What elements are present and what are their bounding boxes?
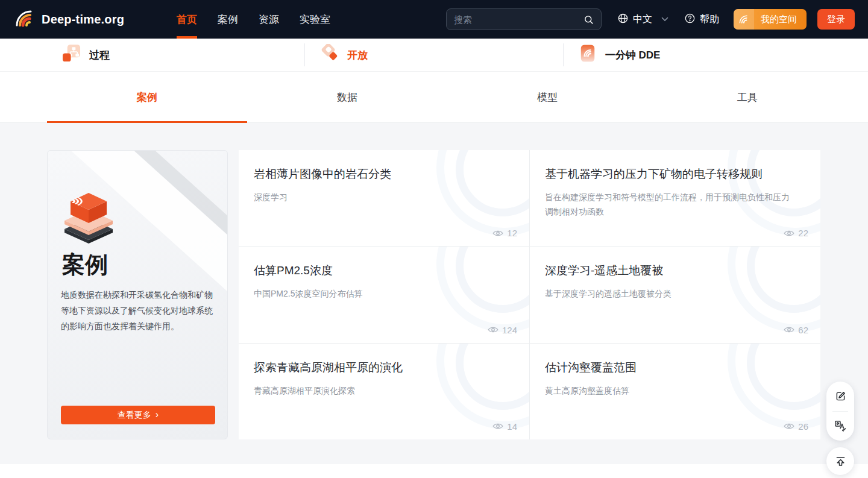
- case-card-electron-transfer[interactable]: 基于机器学习的压力下矿物的电子转移规则 旨在构建深度学习和符号模型的工作流程，用…: [530, 150, 820, 246]
- login-button[interactable]: 登录: [817, 9, 855, 30]
- case-card-gully-coverage[interactable]: 估计沟壑覆盖范围 黄土高原沟壑盖度估算 26: [530, 344, 820, 439]
- translate-button[interactable]: [826, 412, 854, 441]
- quicklink-process-label: 过程: [89, 48, 110, 62]
- deeptime-logo-icon: [14, 9, 35, 30]
- view-count-value: 22: [798, 228, 808, 238]
- back-to-top-button[interactable]: [826, 447, 854, 475]
- nav-item-resources-label: 资源: [259, 13, 279, 27]
- help-label: 帮助: [700, 13, 719, 26]
- open-icon: [320, 44, 339, 66]
- top-navbar: Deep-time.org 首页 案例 资源 实验室 中文 帮助: [0, 0, 868, 39]
- case-subtitle: 黄土高原沟壑盖度估算: [545, 383, 790, 398]
- floating-toolbar: [826, 382, 854, 441]
- view-count: 124: [488, 325, 517, 335]
- case-subtitle: 旨在构建深度学习和符号模型的工作流程，用于预测电负性和压力调制相对功函数: [545, 190, 790, 219]
- view-count: 12: [492, 228, 517, 238]
- tab-models[interactable]: 模型: [447, 72, 647, 122]
- case-card-land-cover[interactable]: 深度学习-遥感土地覆被 基于深度学习的遥感土地覆被分类 62: [530, 247, 820, 342]
- translate-icon: [834, 420, 847, 433]
- nav-item-lab-label: 实验室: [300, 13, 330, 27]
- case-title: 估计沟壑覆盖范围: [545, 360, 805, 376]
- nav-item-lab[interactable]: 实验室: [289, 0, 341, 39]
- cases-3d-cube-icon: [60, 184, 118, 247]
- case-title: 岩相薄片图像中的岩石分类: [254, 166, 514, 182]
- next-section-strip: [0, 464, 868, 478]
- view-count-value: 124: [502, 325, 517, 335]
- case-title: 估算PM2.5浓度: [254, 263, 514, 278]
- help-button[interactable]: 帮助: [684, 13, 719, 27]
- navbar-right-group: 中文 帮助 我的空间 登录: [446, 8, 855, 30]
- brand-logo[interactable]: Deep-time.org: [14, 9, 124, 30]
- view-count-value: 62: [798, 325, 808, 335]
- search-icon[interactable]: [579, 14, 594, 25]
- chevron-down-icon[interactable]: [661, 17, 668, 22]
- my-space-label: 我的空间: [761, 14, 797, 25]
- chevron-right-icon: ›: [156, 410, 159, 420]
- case-subtitle: 基于深度学习的遥感土地覆被分类: [545, 286, 790, 301]
- case-card-rock-classification[interactable]: 岩相薄片图像中的岩石分类 深度学习 12: [239, 150, 529, 246]
- nav-item-home-label: 首页: [177, 13, 197, 27]
- quicklink-open[interactable]: 开放: [305, 39, 562, 71]
- nav-item-resources[interactable]: 资源: [248, 0, 289, 39]
- globe-icon: [617, 13, 629, 27]
- case-title: 深度学习-遥感土地覆被: [545, 263, 805, 278]
- nav-item-cases-label: 案例: [218, 13, 238, 27]
- view-more-button[interactable]: 查看更多 ›: [61, 406, 215, 424]
- eye-icon: [492, 422, 503, 430]
- view-count: 22: [784, 228, 808, 238]
- my-space-button[interactable]: 我的空间: [734, 9, 807, 30]
- case-subtitle: 青藏高原湖相平原演化探索: [254, 383, 498, 398]
- tab-data-label: 数据: [337, 90, 357, 104]
- eye-icon: [488, 325, 498, 334]
- eye-icon: [492, 229, 503, 237]
- tab-data[interactable]: 数据: [247, 72, 447, 122]
- help-icon: [684, 13, 696, 27]
- tab-models-label: 模型: [537, 90, 558, 104]
- tab-cases-label: 案例: [137, 90, 157, 104]
- view-count: 62: [784, 325, 808, 335]
- view-count: 14: [492, 421, 517, 432]
- view-more-label: 查看更多: [118, 410, 151, 421]
- eye-icon: [784, 325, 794, 334]
- promo-description: 地质数据在勘探和开采碳氢化合物和矿物等地下资源以及了解气候变化对地球系统的影响方…: [61, 287, 219, 334]
- brand-name: Deep-time.org: [42, 13, 124, 27]
- tab-tools[interactable]: 工具: [647, 72, 848, 122]
- language-label: 中文: [633, 13, 652, 26]
- process-icon: [62, 44, 81, 66]
- edit-icon: [834, 390, 847, 403]
- quicklink-process[interactable]: 过程: [47, 39, 304, 71]
- quicklink-open-label: 开放: [347, 48, 368, 62]
- tab-cases[interactable]: 案例: [47, 72, 247, 122]
- view-count-value: 14: [507, 421, 517, 432]
- search-input[interactable]: [454, 14, 579, 25]
- nav-item-cases[interactable]: 案例: [207, 0, 248, 39]
- my-space-logo-icon: [734, 9, 754, 30]
- quick-link-bar: 过程 开放: [0, 39, 868, 72]
- quicklink-one-minute-dde-label: 一分钟 DDE: [605, 48, 661, 62]
- section-tabs: 案例 数据 模型 工具: [0, 72, 868, 123]
- promo-title: 案例: [62, 250, 108, 280]
- case-title: 探索青藏高原湖相平原的演化: [254, 360, 514, 376]
- case-title: 基于机器学习的压力下矿物的电子转移规则: [545, 166, 805, 182]
- tab-tools-label: 工具: [737, 90, 758, 104]
- eye-icon: [784, 422, 794, 430]
- case-card-lacustrine-plain[interactable]: 探索青藏高原湖相平原的演化 青藏高原湖相平原演化探索 14: [239, 344, 529, 439]
- view-count-value: 12: [507, 228, 517, 238]
- search-box: [446, 8, 602, 30]
- case-grid: 岩相薄片图像中的岩石分类 深度学习 12 基于机器学习的压力下矿物的电子转移规则…: [239, 150, 820, 439]
- cases-promo-card: 案例 地质数据在勘探和开采碳氢化合物和矿物等地下资源以及了解气候变化对地球系统的…: [47, 150, 228, 439]
- case-subtitle: 中国PM2.5浓度空间分布估算: [254, 286, 498, 301]
- view-count: 26: [784, 421, 808, 432]
- language-selector[interactable]: 中文: [617, 13, 668, 27]
- feedback-button[interactable]: [826, 382, 854, 411]
- quicklink-one-minute-dde[interactable]: 一分钟 DDE: [564, 39, 821, 71]
- case-card-pm25[interactable]: 估算PM2.5浓度 中国PM2.5浓度空间分布估算 124: [239, 247, 529, 342]
- back-to-top-icon: [834, 455, 847, 468]
- case-subtitle: 深度学习: [254, 190, 498, 204]
- eye-icon: [784, 229, 794, 237]
- cases-section: 案例 地质数据在勘探和开采碳氢化合物和矿物等地下资源以及了解气候变化对地球系统的…: [0, 123, 868, 464]
- dde-minute-icon: [579, 44, 597, 66]
- view-count-value: 26: [798, 421, 808, 432]
- main-nav: 首页 案例 资源 实验室: [166, 0, 341, 39]
- nav-item-home[interactable]: 首页: [166, 0, 207, 39]
